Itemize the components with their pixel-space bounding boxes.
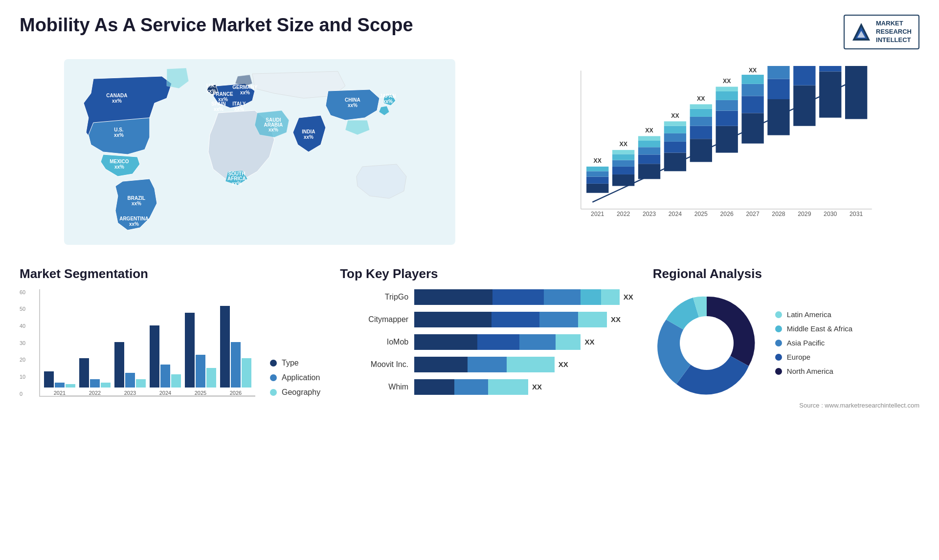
seg-app-2025 <box>196 355 205 388</box>
svg-rect-47 <box>612 167 634 174</box>
player-name-whim: Whim <box>340 383 408 391</box>
svg-rect-64 <box>664 121 686 126</box>
svg-text:xx%: xx% <box>114 164 124 170</box>
player-row-citymapper: Citymapper XX <box>340 312 633 327</box>
legend-dot-application <box>270 374 277 381</box>
player-name-citymapper: Citymapper <box>340 315 408 324</box>
svg-rect-81 <box>741 113 763 143</box>
svg-rect-50 <box>612 150 634 154</box>
svg-text:INDIA: INDIA <box>302 129 315 134</box>
player-val-citymapper: XX <box>611 315 621 323</box>
player-row-iomob: IoMob XX <box>340 334 633 350</box>
page-title: Mobility As A Service Market Size and Sc… <box>20 15 413 36</box>
svg-rect-48 <box>612 160 634 166</box>
player-bar-tripgo: XX <box>414 289 633 305</box>
regional-title: Regional Analysis <box>653 266 919 281</box>
svg-text:xx%: xx% <box>112 98 122 104</box>
label-middle-east-africa: Middle East & Africa <box>787 324 852 333</box>
legend-label-application: Application <box>282 373 320 382</box>
legend-middle-east-africa: Middle East & Africa <box>775 324 852 333</box>
svg-rect-92 <box>793 85 815 126</box>
seg-app-2023 <box>125 373 135 388</box>
svg-rect-60 <box>664 152 686 171</box>
svg-text:xx%: xx% <box>383 99 393 104</box>
svg-rect-49 <box>612 154 634 160</box>
svg-text:xx%: xx% <box>348 103 358 108</box>
legend-dot-type <box>270 360 277 366</box>
svg-text:XX: XX <box>697 95 705 102</box>
legend-asia-pacific: Asia Pacific <box>775 339 852 347</box>
svg-rect-82 <box>741 96 763 113</box>
svg-rect-88 <box>767 79 789 99</box>
logo-box: MARKET RESEARCH INTELLECT <box>844 15 919 49</box>
player-val-tripgo: XX <box>624 293 633 301</box>
svg-text:ITALY: ITALY <box>232 101 246 107</box>
svg-text:2024: 2024 <box>669 211 682 217</box>
player-val-whim: XX <box>532 383 542 391</box>
svg-text:xx%: xx% <box>129 221 139 227</box>
seg-geo-2025 <box>206 368 216 388</box>
legend-type: Type <box>270 359 320 367</box>
y-label-60: 60 <box>20 289 25 295</box>
seg-geo-2024 <box>171 374 181 388</box>
players-list: TripGo XX Citymapper <box>340 289 633 395</box>
svg-text:ARGENTINA: ARGENTINA <box>119 216 148 221</box>
svg-text:U.K.: U.K. <box>206 83 216 88</box>
player-bar-citymapper: XX <box>414 312 633 327</box>
svg-text:xx%: xx% <box>240 90 250 95</box>
svg-text:2022: 2022 <box>617 211 630 217</box>
regional-legend: Latin America Middle East & Africa Asia … <box>775 310 852 375</box>
svg-text:2028: 2028 <box>772 211 785 217</box>
svg-rect-87 <box>767 99 789 135</box>
seg-app-2024 <box>160 365 170 388</box>
svg-rect-61 <box>664 142 686 153</box>
svg-rect-77 <box>715 91 738 100</box>
seg-type-2021 <box>44 371 54 388</box>
svg-text:2023: 2023 <box>643 211 656 217</box>
legend-europe: Europe <box>775 353 852 361</box>
y-label-40: 40 <box>20 323 25 329</box>
dot-latin-america <box>775 311 782 318</box>
main-bar-chart-svg: XX 2021 XX 2022 XX 2023 <box>519 66 919 232</box>
player-val-moovit: XX <box>559 360 568 368</box>
svg-text:2025: 2025 <box>694 211 707 217</box>
top-section: CANADA xx% U.S. xx% MEXICO xx% BRAZIL xx… <box>20 59 919 247</box>
player-row-moovit: Moovit Inc. XX <box>340 357 633 372</box>
seg-geo-2022 <box>101 383 111 388</box>
player-val-iomob: XX <box>584 338 594 346</box>
svg-text:SPAIN: SPAIN <box>211 101 226 107</box>
svg-text:JAPAN: JAPAN <box>380 93 396 99</box>
logo-text: MARKET RESEARCH INTELLECT <box>876 20 912 44</box>
legend-north-america: North America <box>775 367 852 375</box>
svg-rect-63 <box>664 126 686 133</box>
svg-text:2026: 2026 <box>720 211 733 217</box>
svg-text:XX: XX <box>593 157 602 164</box>
regional-analysis-section: Regional Analysis Latin Ame <box>653 266 919 409</box>
seg-app-2022 <box>90 379 100 388</box>
svg-rect-89 <box>767 66 789 79</box>
svg-rect-84 <box>741 75 763 84</box>
segmentation-content: 0 10 20 30 40 50 60 <box>20 289 320 397</box>
svg-rect-76 <box>715 100 738 111</box>
page-header: Mobility As A Service Market Size and Sc… <box>20 15 919 49</box>
svg-text:XX: XX <box>645 127 653 134</box>
label-north-america: North America <box>787 367 833 375</box>
donut-chart-svg <box>653 289 760 397</box>
svg-text:xx%: xx% <box>232 181 242 186</box>
legend-latin-america: Latin America <box>775 310 852 319</box>
legend-dot-geography <box>270 389 277 396</box>
svg-rect-93 <box>793 66 815 86</box>
svg-rect-97 <box>819 66 841 71</box>
segmentation-title: Market Segmentation <box>20 266 320 281</box>
svg-rect-96 <box>819 71 841 117</box>
svg-rect-46 <box>612 174 634 186</box>
svg-rect-53 <box>638 164 660 179</box>
svg-rect-71 <box>690 104 712 108</box>
label-asia-pacific: Asia Pacific <box>787 339 825 347</box>
svg-rect-75 <box>715 110 738 126</box>
seg-geo-2021 <box>66 384 75 388</box>
svg-rect-54 <box>638 154 660 164</box>
svg-text:xx%: xx% <box>214 107 224 112</box>
svg-text:2027: 2027 <box>746 211 759 217</box>
legend-geography: Geography <box>270 388 320 397</box>
